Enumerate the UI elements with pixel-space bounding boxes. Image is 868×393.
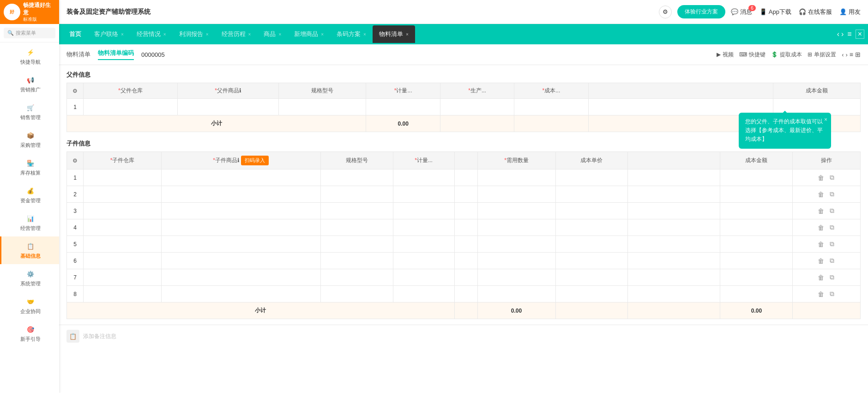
delete-icon-3[interactable]: 🗑 [816,206,826,216]
tab-operations[interactable]: 经营情况 × [130,25,173,43]
sidebar-item-operations[interactable]: 📊 经营管理 [0,209,59,236]
sidebar-item-inventory[interactable]: 🏪 库存核算 [0,153,59,181]
child-col-settings[interactable]: ⚙ [67,152,84,169]
child-row-8-unit[interactable] [393,286,454,302]
child-row-5-warehouse[interactable] [84,236,162,253]
tab-close-profit[interactable]: × [206,32,209,37]
delete-icon-7[interactable]: 🗑 [816,273,826,282]
parent-row-1-cost[interactable] [514,99,588,115]
note-icon[interactable]: 📋 [66,330,79,343]
tab-next[interactable]: › [841,30,844,38]
child-row-7-warehouse[interactable] [84,269,162,286]
nav-prev-btn[interactable]: ‹ [842,51,844,58]
parent-row-1-spec[interactable] [279,99,366,115]
copy-icon-4[interactable]: ⧉ [827,223,837,232]
child-row-3-unit[interactable] [393,203,454,219]
parent-col-settings[interactable]: ⚙ [67,83,84,99]
parent-row-1-product[interactable] [177,99,278,115]
child-row-1-unit[interactable] [393,169,454,186]
child-row-5-product[interactable] [161,236,320,253]
sidebar-search-area[interactable]: 🔍 搜索菜单 [0,24,59,42]
tab-close-history[interactable]: × [248,32,251,37]
tab-close-new-goods[interactable]: × [321,32,324,37]
breadcrumb-bom-code[interactable]: 物料清单编码 [98,49,134,60]
grid-view-btn[interactable]: ⊞ [855,51,861,58]
parent-row-1-unit[interactable] [366,99,440,115]
list-view-btn[interactable]: ≡ [850,51,853,58]
copy-icon-7[interactable]: ⧉ [827,273,837,282]
nav-next-btn[interactable]: › [845,51,847,58]
sidebar-item-system[interactable]: ⚙️ 系统管理 [0,264,59,292]
tab-close-bom[interactable]: × [406,32,409,37]
child-row-2-unit[interactable] [393,186,454,203]
child-row-3-product[interactable] [161,203,320,219]
tab-close-goods[interactable]: × [278,32,281,37]
child-row-7-unit-cost[interactable] [555,269,628,286]
tab-profit[interactable]: 利润报告 × [173,25,215,43]
copy-icon-8[interactable]: ⧉ [827,290,837,299]
child-row-6-spec[interactable] [320,253,393,269]
tab-history[interactable]: 经营历程 × [215,25,258,43]
child-row-8-warehouse[interactable] [84,286,162,302]
child-row-2-unit-cost[interactable] [555,186,628,203]
parent-row-1-production[interactable] [440,99,514,115]
settings-btn[interactable]: ⊞ 单据设置 [808,51,836,59]
message-item[interactable]: 💬 消息 6 [731,8,752,16]
child-row-5-qty[interactable] [477,236,555,253]
tab-home[interactable]: 首页 [63,25,88,43]
delete-icon-8[interactable]: 🗑 [816,290,826,299]
tab-bom[interactable]: 物料清单 × [373,25,415,43]
copy-icon-3[interactable]: ⧉ [827,206,837,216]
child-row-4-unit-cost[interactable] [555,219,628,236]
child-row-6-unit-cost[interactable] [555,253,628,269]
delete-icon-5[interactable]: 🗑 [816,240,826,249]
trial-button[interactable]: 体验行业方案 [677,5,725,18]
parent-row-1-warehouse[interactable] [84,99,178,115]
child-row-8-qty[interactable] [477,286,555,302]
child-row-4-spec[interactable] [320,219,393,236]
child-row-1-product[interactable] [161,169,320,186]
close-all-tabs[interactable]: × [856,30,864,39]
video-btn[interactable]: ▶ 视频 [717,51,734,59]
delete-icon-6[interactable]: 🗑 [816,256,826,266]
online-service-item[interactable]: 🎧 在线客服 [799,8,832,16]
child-row-6-unit[interactable] [393,253,454,269]
tab-menu[interactable]: ≡ [847,30,851,38]
user-avatar[interactable]: 👤 用友 [839,8,861,16]
sidebar-item-guide[interactable]: 🎯 新手引导 [0,320,59,347]
child-row-5-unit-cost[interactable] [555,236,628,253]
child-row-8-spec[interactable] [320,286,393,302]
tab-close-customer[interactable]: × [121,32,124,37]
copy-icon-5[interactable]: ⧉ [827,240,837,249]
child-row-7-qty[interactable] [477,269,555,286]
child-row-8-unit-cost[interactable] [555,286,628,302]
child-row-2-spec[interactable] [320,186,393,203]
child-row-6-product[interactable] [161,253,320,269]
copy-icon-1[interactable]: ⧉ [827,173,837,182]
child-row-3-warehouse[interactable] [84,203,162,219]
child-row-2-warehouse[interactable] [84,186,162,203]
child-row-7-unit[interactable] [393,269,454,286]
child-row-6-qty[interactable] [477,253,555,269]
child-row-2-qty[interactable] [477,186,555,203]
child-row-5-spec[interactable] [320,236,393,253]
sidebar-item-purchase[interactable]: 📦 采购管理 [0,126,59,153]
child-row-4-product[interactable] [161,219,320,236]
delete-icon-2[interactable]: 🗑 [816,190,826,199]
sidebar-item-basic-info[interactable]: 📋 基础信息 [0,236,59,264]
child-row-3-qty[interactable] [477,203,555,219]
delete-icon-4[interactable]: 🗑 [816,223,826,232]
tab-barcode[interactable]: 条码方案 × [330,25,373,43]
sidebar-item-enterprise[interactable]: 🤝 企业协同 [0,292,59,320]
tab-goods[interactable]: 商品 × [257,25,288,43]
child-row-3-spec[interactable] [320,203,393,219]
settings-icon[interactable]: ⚙ [659,6,672,18]
sidebar-item-sales[interactable]: 🛒 销售管理 [0,98,59,126]
tab-new-goods[interactable]: 新增商品 × [288,25,330,43]
copy-icon-2[interactable]: ⧉ [827,190,837,199]
tab-close-operations[interactable]: × [163,32,166,37]
tab-customer[interactable]: 客户联络 × [88,25,130,43]
child-row-6-warehouse[interactable] [84,253,162,269]
child-row-4-warehouse[interactable] [84,219,162,236]
child-row-7-spec[interactable] [320,269,393,286]
